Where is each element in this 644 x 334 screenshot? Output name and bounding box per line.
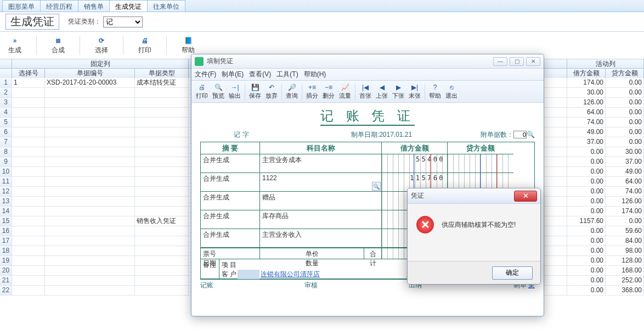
- voucher-window-icon: [195, 57, 204, 66]
- toolbar-icon: 💾: [250, 83, 260, 92]
- tab-3[interactable]: 生成凭证: [109, 0, 148, 12]
- toolbar-icon: ⟳: [96, 36, 107, 46]
- toolbar-生成[interactable]: »生成: [4, 36, 25, 55]
- vtoolbar-上张[interactable]: ◀上张: [374, 83, 390, 100]
- alert-ok-button[interactable]: 确定: [492, 266, 533, 280]
- alert-titlebar[interactable]: 凭证 ✕: [408, 188, 540, 204]
- toolbar-icon: →|: [230, 83, 240, 92]
- toolbar-打印[interactable]: 🖨打印: [134, 36, 155, 55]
- lookup-icon[interactable]: 🔍: [372, 182, 381, 191]
- attach-label: 附单据数：: [481, 131, 513, 138]
- col-credit-header: 贷方金额: [448, 142, 513, 154]
- toolbar-icon: 🖨: [139, 36, 150, 46]
- toolbar-icon: 📘: [183, 36, 194, 46]
- toolbar-icon: ◀: [377, 83, 387, 92]
- voucher-type-select[interactable]: 记: [103, 16, 143, 27]
- col-debit-header: 借方金额: [382, 142, 448, 154]
- vtoolbar-帮助[interactable]: ?帮助: [427, 83, 443, 100]
- toolbar-icon: 🖨: [197, 83, 207, 92]
- voucher-line[interactable]: 合并生成主营业务成本55400: [201, 154, 534, 173]
- vtoolbar-保存[interactable]: 💾保存: [247, 83, 263, 100]
- tab-2[interactable]: 销售单: [78, 0, 110, 12]
- attach-count-input[interactable]: [513, 131, 527, 138]
- vtoolbar-退出[interactable]: ⎋退出: [443, 83, 460, 100]
- minimize-button[interactable]: —: [493, 57, 507, 66]
- voucher-menubar: 文件(F)制单(E)查看(V)工具(T)帮助(H): [191, 69, 544, 81]
- page-title: 生成凭证: [5, 14, 59, 30]
- tab-4[interactable]: 往来单位: [147, 0, 185, 12]
- menu-item[interactable]: 制单(E): [222, 70, 244, 79]
- vtoolbar-下张[interactable]: ▶下张: [390, 83, 406, 100]
- toolbar-icon: »: [9, 36, 20, 46]
- vtoolbar-末张[interactable]: ▶|末张: [406, 83, 423, 100]
- alert-message: 供应商辅助核算不能为空!: [442, 220, 516, 230]
- col-subject-header: 科目名称: [260, 142, 382, 154]
- toolbar-icon: |◀: [360, 83, 370, 92]
- vtoolbar-放弃[interactable]: ↶放弃: [263, 83, 280, 100]
- maximize-button[interactable]: ▢: [510, 57, 524, 66]
- toolbar-icon: −≡: [324, 83, 334, 92]
- col-doc-no[interactable]: 单据编号: [45, 69, 135, 78]
- col-summary-header: 摘 要: [201, 142, 260, 154]
- fixed-group-header: 固定列: [12, 59, 189, 68]
- menu-item[interactable]: 查看(V): [249, 70, 271, 79]
- toolbar-icon: ▶: [393, 83, 403, 92]
- toolbar-icon: 📈: [340, 83, 350, 92]
- voucher-type-label: 凭证类别：: [68, 17, 101, 26]
- col-debit[interactable]: 借方金额: [567, 69, 606, 78]
- toolbar-icon: ▶|: [410, 83, 420, 92]
- toolbar-选择[interactable]: ⟳选择: [91, 36, 112, 55]
- vtoolbar-删分[interactable]: −≡删分: [320, 83, 337, 100]
- col-doc-type[interactable]: 单据类型: [135, 69, 189, 78]
- toolbar-icon: ⎋: [447, 83, 456, 92]
- vtoolbar-打印[interactable]: 🖨打印: [194, 83, 210, 100]
- voucher-date-value: 2017.01.21: [379, 131, 412, 138]
- col-credit[interactable]: 贷方金额: [606, 69, 644, 78]
- voucher-kind: 记 字: [200, 130, 283, 140]
- tab-0[interactable]: 图形菜单: [2, 0, 41, 12]
- vtoolbar-流量[interactable]: 📈流量: [337, 83, 353, 100]
- title-row: 生成凭证 凭证类别： 记: [0, 12, 644, 32]
- toolbar-icon: ↶: [267, 83, 276, 92]
- vtoolbar-首张[interactable]: |◀首张: [357, 83, 374, 100]
- vtoolbar-输出[interactable]: →|输出: [227, 83, 243, 100]
- toolbar-icon: ≣: [53, 36, 64, 46]
- toolbar-icon: 🔍: [213, 83, 223, 92]
- error-dialog: 凭证 ✕ ✕ 供应商辅助核算不能为空! 确定: [407, 188, 541, 285]
- vtoolbar-预览[interactable]: 🔍预览: [210, 83, 227, 100]
- vtoolbar-查询[interactable]: 🔎查询: [284, 83, 300, 100]
- voucher-window-title: 填制凭证: [207, 57, 491, 66]
- menu-item[interactable]: 帮助(H): [304, 70, 326, 79]
- toolbar-合成[interactable]: ≣合成: [48, 36, 69, 55]
- toolbar-icon: 🔎: [287, 83, 297, 92]
- toolbar-icon: ?: [430, 83, 440, 92]
- alert-title: 凭证: [411, 191, 514, 201]
- close-button[interactable]: ✕: [526, 57, 540, 66]
- alert-close-button[interactable]: ✕: [514, 191, 537, 202]
- activity-group-header: 活动列: [567, 59, 644, 68]
- tab-1[interactable]: 经营历程: [40, 0, 78, 12]
- voucher-title: 记 账 凭 证: [320, 107, 415, 126]
- col-select[interactable]: 选择号: [12, 69, 45, 78]
- voucher-date-label: 制单日期:: [351, 131, 379, 138]
- menu-item[interactable]: 工具(T): [276, 70, 298, 79]
- toolbar-icon: +≡: [307, 83, 317, 92]
- customer-link[interactable]: 连锁有限公司清萍店: [238, 270, 320, 279]
- top-tabs: 图形菜单经营历程销售单生成凭证往来单位: [0, 0, 644, 12]
- voucher-toolbar: 🖨打印🔍预览→|输出💾保存↶放弃🔎查询+≡插分−≡删分📈流量|◀首张◀上张▶下张…: [191, 81, 544, 103]
- voucher-window-titlebar[interactable]: 填制凭证 — ▢ ✕: [191, 54, 544, 69]
- lookup-icon[interactable]: 🔍: [527, 131, 535, 138]
- error-icon: ✕: [416, 216, 434, 233]
- vtoolbar-插分[interactable]: +≡插分: [304, 83, 320, 100]
- menu-item[interactable]: 文件(F): [195, 70, 216, 79]
- toolbar-帮助[interactable]: 📘帮助: [178, 36, 199, 55]
